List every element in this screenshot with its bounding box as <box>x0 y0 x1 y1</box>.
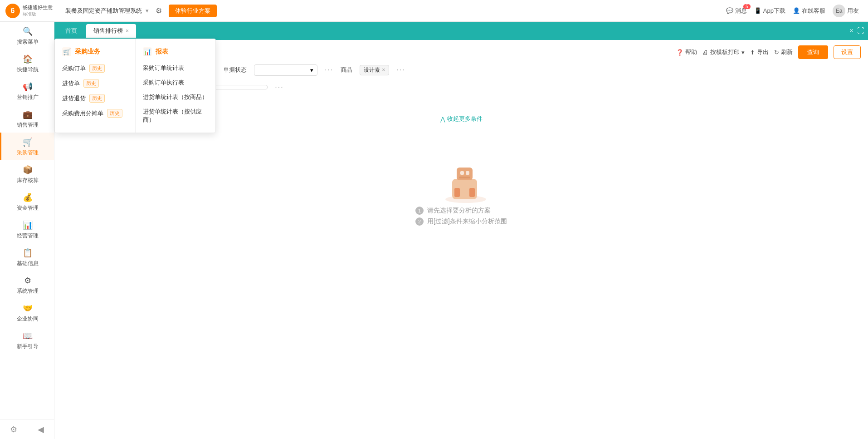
voucher-status-more[interactable]: ··· <box>325 66 333 74</box>
salesperson-more[interactable]: ··· <box>275 83 283 91</box>
sidebar-label-finance: 资金管理 <box>17 204 39 212</box>
sidebar-item-marketing[interactable]: 📢 营销推广 <box>0 77 54 105</box>
sidebar: 🔍 搜索菜单 🏠 快捷导航 📢 营销推广 💼 销售管理 🛒 采购管理 📦 库存核… <box>0 22 54 439</box>
svg-rect-3 <box>460 171 464 175</box>
dropdown-report-col: 📊 报表 采购订单统计表 采购订单执行表 进货单统计表（按商品） 进货单统计表（… <box>136 39 216 133</box>
tab-salesrank[interactable]: 销售排行榜 × <box>86 24 136 38</box>
system-title: 装餐及固定资产辅助管理系统 <box>65 7 142 15</box>
history-badge-return[interactable]: 历史 <box>89 94 105 103</box>
empty-tips: 1 请先选择要分析的方案 2 用[过滤]条件来缩小分析范围 <box>415 207 507 226</box>
online-service-item[interactable]: 👤 在线客服 <box>793 7 825 15</box>
system-dropdown-arrow[interactable]: ▾ <box>146 7 149 14</box>
system-icon: ⚙ <box>24 276 31 286</box>
operations-icon: 📊 <box>23 220 33 230</box>
messages-item[interactable]: 💬 消息 5 <box>726 7 747 15</box>
svg-rect-5 <box>459 177 470 178</box>
print-dropdown-icon[interactable]: ▾ <box>741 49 745 56</box>
tab-close-all-icon[interactable]: × <box>849 27 853 35</box>
industry-btn[interactable]: 体验行业方案 <box>169 5 217 17</box>
dropdown-item-return[interactable]: 进货退货 历史 <box>55 91 135 106</box>
history-badge-inbound[interactable]: 历史 <box>83 79 99 88</box>
svg-rect-6 <box>454 188 460 197</box>
dropdown-business-col: 🛒 采购业务 采购订单 历史 进货单 历史 进货退货 历史 采购费用分摊单 历史 <box>55 39 136 133</box>
goods-label: 商品 <box>341 66 352 74</box>
report-header-icon: 📊 <box>143 47 152 56</box>
app-download-item[interactable]: 📱 App下载 <box>754 7 785 15</box>
logo-sub: 标准版 <box>23 11 53 17</box>
tab-salesrank-label: 销售排行榜 <box>93 27 123 35</box>
settings-button[interactable]: 设置 <box>834 45 861 59</box>
search-icon: 🔍 <box>23 26 33 36</box>
export-icon: ⬆ <box>750 49 755 56</box>
print-btn[interactable]: 🖨 按模板打印 ▾ <box>702 48 745 56</box>
query-button[interactable]: 查询 <box>798 45 828 59</box>
top-center: 装餐及固定资产辅助管理系统 ▾ ⚙ 体验行业方案 <box>60 5 726 17</box>
sidebar-item-operations[interactable]: 📊 经营管理 <box>0 216 54 243</box>
sidebar-label-purchase: 采购管理 <box>17 149 39 157</box>
voucher-status-select[interactable]: ▾ <box>254 64 317 76</box>
dropdown-item-expense[interactable]: 采购费用分摊单 历史 <box>55 106 135 121</box>
dropdown-item-order-exec[interactable]: 采购订单执行表 <box>136 75 216 90</box>
user-item[interactable]: Ea 用友 <box>833 5 859 17</box>
export-btn[interactable]: ⬆ 导出 <box>750 48 769 56</box>
history-badge-expense[interactable]: 历史 <box>107 109 122 118</box>
enterprise-icon: 🤝 <box>23 303 33 313</box>
sidebar-bottom: ⚙ ◀ <box>0 419 54 439</box>
logo-area: 6 畅捷通好生意 标准版 <box>5 4 60 18</box>
marketing-icon: 📢 <box>23 82 33 92</box>
goods-tag[interactable]: 设计素 × <box>360 65 389 75</box>
guide-icon: 📖 <box>23 331 33 341</box>
sidebar-item-basicinfo[interactable]: 📋 基础信息 <box>0 243 54 271</box>
home-icon: 🏠 <box>23 54 33 64</box>
sidebar-settings-icon[interactable]: ⚙ <box>10 424 17 434</box>
help-icon: ❓ <box>676 49 683 56</box>
top-right: 💬 消息 5 📱 App下载 👤 在线客服 Ea 用友 <box>726 5 863 17</box>
sidebar-item-quicknav[interactable]: 🏠 快捷导航 <box>0 49 54 77</box>
sidebar-label-operations: 经营管理 <box>17 232 39 240</box>
sidebar-item-system[interactable]: ⚙ 系统管理 <box>0 271 54 299</box>
top-bar: 6 畅捷通好生意 标准版 装餐及固定资产辅助管理系统 ▾ ⚙ 体验行业方案 💬 … <box>0 0 868 22</box>
basicinfo-icon: 📋 <box>23 248 33 258</box>
refresh-btn[interactable]: ↻ 刷新 <box>774 48 793 56</box>
message-badge: 5 <box>743 4 751 9</box>
dropdown-business-header: 🛒 采购业务 <box>55 44 135 61</box>
sidebar-label-search: 搜索菜单 <box>17 38 39 46</box>
svg-rect-4 <box>466 171 469 175</box>
sidebar-item-purchase[interactable]: 🛒 采购管理 <box>0 133 54 160</box>
sales-icon: 💼 <box>23 109 33 119</box>
phone-icon: 📱 <box>754 7 761 14</box>
voucher-status-label: 单据状态 <box>223 66 247 74</box>
sidebar-item-finance[interactable]: 💰 资金管理 <box>0 188 54 216</box>
goods-tag-remove[interactable]: × <box>382 67 385 73</box>
goods-more[interactable]: ··· <box>396 66 405 74</box>
sidebar-label-quicknav: 快捷导航 <box>17 66 39 74</box>
dropdown-item-inbound[interactable]: 进货单 历史 <box>55 76 135 91</box>
sidebar-label-marketing: 营销推广 <box>17 94 39 101</box>
sidebar-item-search[interactable]: 🔍 搜索菜单 <box>0 22 54 49</box>
help-btn[interactable]: ❓ 帮助 <box>676 48 697 56</box>
sidebar-label-enterprise: 企业协同 <box>17 315 39 323</box>
finance-icon: 💰 <box>23 192 33 202</box>
dropdown-item-order-stats[interactable]: 采购订单统计表 <box>136 61 216 75</box>
tab-bar-right: × ⛶ <box>849 27 864 35</box>
sidebar-item-guide[interactable]: 📖 新手引导 <box>0 326 54 354</box>
history-badge-purchase-order[interactable]: 历史 <box>89 64 105 73</box>
business-header-icon: 🛒 <box>62 47 71 56</box>
inventory-icon: 📦 <box>23 165 33 175</box>
sidebar-item-inventory[interactable]: 📦 库存核算 <box>0 160 54 188</box>
dropdown-item-inbound-goods[interactable]: 进货单统计表（按商品） <box>136 90 216 104</box>
logo-text: 畅捷通好生意 <box>23 4 53 10</box>
dropdown-item-inbound-supplier[interactable]: 进货单统计表（按供应商） <box>136 104 216 127</box>
tab-expand-icon[interactable]: ⛶ <box>857 27 864 35</box>
sidebar-label-inventory: 库存核算 <box>17 177 39 184</box>
purchase-icon: 🛒 <box>23 137 33 147</box>
print-icon: 🖨 <box>702 49 708 56</box>
sidebar-item-sales[interactable]: 💼 销售管理 <box>0 105 54 133</box>
topbar-settings-icon[interactable]: ⚙ <box>152 5 165 17</box>
sidebar-item-enterprise[interactable]: 🤝 企业协同 <box>0 299 54 326</box>
sidebar-collapse-icon[interactable]: ◀ <box>38 424 44 434</box>
svg-rect-7 <box>469 188 475 197</box>
dropdown-item-purchase-order[interactable]: 采购订单 历史 <box>55 61 135 76</box>
tab-salesrank-close[interactable]: × <box>126 28 129 34</box>
tab-home[interactable]: 首页 <box>58 24 84 38</box>
